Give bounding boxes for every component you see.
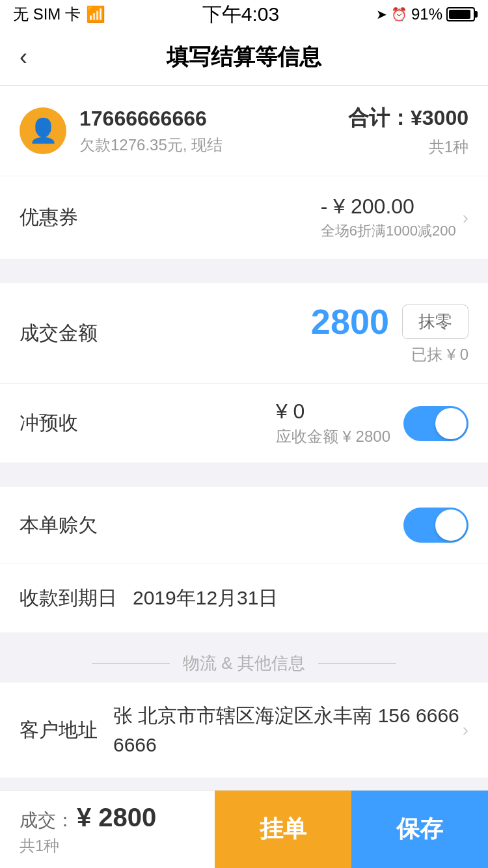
page-title: 填写结算等信息: [167, 42, 321, 72]
nav-bar: ‹ 填写结算等信息: [0, 29, 488, 86]
status-time: 下午4:03: [202, 1, 279, 28]
location-icon: ➤: [376, 7, 387, 22]
address-label: 客户地址: [20, 717, 98, 744]
total-value: ¥3000: [411, 106, 468, 129]
coupon-discount: - ¥ 200.00: [321, 195, 456, 219]
status-right: ➤ ⏰ 91%: [376, 5, 475, 23]
footer-count: 共1种: [20, 835, 195, 856]
debt-label: 本单赊欠: [20, 512, 98, 539]
battery-percent: 91%: [411, 5, 442, 23]
chevron-right-icon: ›: [463, 208, 468, 228]
logistics-text: 物流 & 其他信息: [92, 652, 396, 675]
save-button[interactable]: 保存: [351, 791, 488, 869]
amount-section: 成交金额 2800 抹零 已抹 ¥ 0 冲预收 ¥ 0 应收金额 ¥ 2800: [0, 283, 488, 463]
amount-label: 成交金额: [20, 320, 98, 347]
status-bar: 无 SIM 卡 📶 下午4:03 ➤ ⏰ 91%: [0, 0, 488, 29]
status-left: 无 SIM 卡 📶: [13, 4, 105, 25]
due-date-value: 2019年12月31日: [133, 585, 278, 612]
coupon-desc: 全场6折满1000减200: [321, 221, 456, 241]
amount-value: 2800: [311, 301, 389, 342]
footer-info: 成交： ¥ 2800 共1种: [0, 803, 215, 856]
main-content: 👤 17666666666 欠款1276.35元, 现结 合计：¥3000 共1…: [0, 86, 488, 868]
gray-separator-2: [0, 474, 488, 487]
prepay-amount: ¥ 0: [276, 400, 390, 424]
address-row[interactable]: 客户地址 张 北京市市辖区海淀区永丰南 156 6666 6666 ›: [0, 683, 488, 778]
address-value: 张 北京市市辖区海淀区永丰南 156 6666 6666: [113, 701, 463, 759]
pending-button[interactable]: 挂单: [215, 791, 351, 869]
prepay-label: 冲预收: [20, 410, 78, 437]
total-amount: 合计：¥3000: [348, 104, 468, 133]
sep-line-left: [92, 663, 170, 664]
debt-toggle[interactable]: [403, 508, 468, 543]
toggle-knob: [435, 408, 467, 439]
coupon-row[interactable]: 优惠券 - ¥ 200.00 全场6折满1000减200 ›: [0, 176, 488, 260]
customer-total: 合计：¥3000 共1种: [348, 104, 468, 157]
footer: 成交： ¥ 2800 共1种 挂单 保存: [0, 790, 488, 868]
address-chevron-icon: ›: [463, 720, 468, 740]
due-date-row: 收款到期日 2019年12月31日: [0, 564, 488, 633]
alarm-icon: ⏰: [391, 7, 407, 22]
due-date-label: 收款到期日: [20, 585, 117, 612]
back-button[interactable]: ‹: [20, 37, 34, 77]
prepay-sub-text: 应收金额 ¥ 2800: [276, 426, 390, 447]
coupon-label: 优惠券: [20, 204, 78, 231]
logistics-label: 物流 & 其他信息: [183, 652, 305, 675]
prepay-toggle[interactable]: [403, 406, 468, 441]
total-label: 合计：: [348, 106, 411, 129]
amount-sub-text: 已抹 ¥ 0: [411, 344, 468, 365]
round-button[interactable]: 抹零: [402, 305, 468, 339]
footer-deal-label: 成交：: [20, 808, 74, 833]
carrier-text: 无 SIM 卡: [13, 4, 81, 25]
user-icon: 👤: [29, 117, 58, 144]
footer-deal-amount: ¥ 2800: [77, 803, 156, 832]
customer-sub-text: 欠款1276.35元, 现结: [79, 135, 348, 156]
battery-icon: [446, 7, 475, 21]
debt-row: 本单赊欠: [0, 487, 488, 564]
logistics-separator: 物流 & 其他信息: [0, 644, 488, 683]
debt-toggle-knob: [435, 509, 467, 541]
gray-separator-1: [0, 270, 488, 283]
amount-row: 成交金额 2800 抹零 已抹 ¥ 0: [0, 283, 488, 384]
prepay-row: 冲预收 ¥ 0 应收金额 ¥ 2800: [0, 384, 488, 463]
customer-section: 👤 17666666666 欠款1276.35元, 现结 合计：¥3000 共1…: [0, 86, 488, 260]
wifi-icon: 📶: [86, 5, 105, 23]
gray-separator-3: [0, 633, 488, 644]
customer-phone: 17666666666: [79, 107, 348, 131]
total-count: 共1种: [348, 137, 468, 157]
customer-row: 👤 17666666666 欠款1276.35元, 现结 合计：¥3000 共1…: [0, 86, 488, 176]
customer-info: 17666666666 欠款1276.35元, 现结: [79, 107, 348, 156]
avatar: 👤: [20, 107, 66, 154]
sep-line-right: [318, 663, 396, 664]
